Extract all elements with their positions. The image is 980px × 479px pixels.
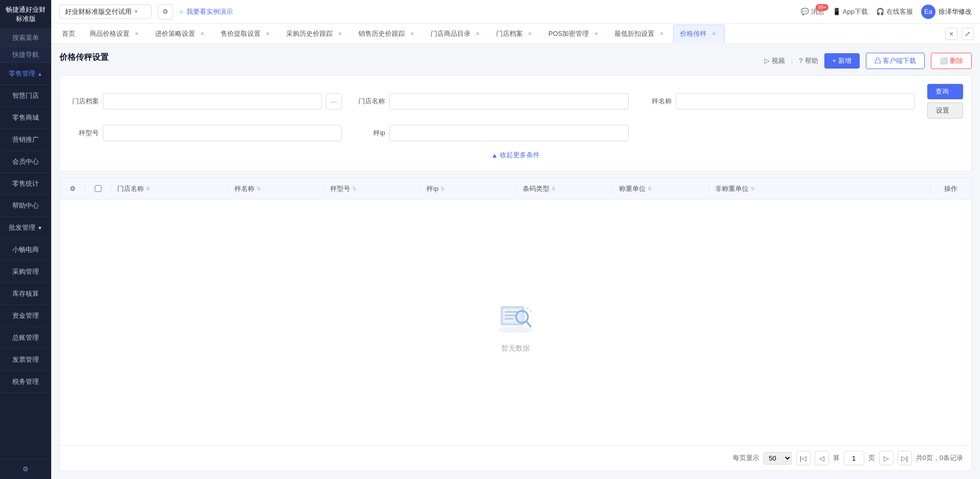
tab-home[interactable]: 首页 bbox=[55, 25, 82, 43]
tab-close-price-scale[interactable]: × bbox=[710, 30, 718, 38]
search-menu-btn[interactable]: 搜索菜单 bbox=[0, 29, 51, 47]
main-area: 好业财标准版交付试用 ▾ ⚙ ○ 我要看实例演示 💬 消息 99+ 📱 App下… bbox=[51, 0, 980, 479]
version-label: 好业财标准版交付试用 bbox=[65, 7, 132, 16]
sort-icon: ⇅ bbox=[352, 186, 356, 191]
help-link[interactable]: ? 帮助 bbox=[799, 56, 818, 66]
tab-price-scale[interactable]: 价格传秤 × bbox=[673, 25, 725, 43]
th-store-name[interactable]: 门店名称 ⇅ bbox=[111, 184, 228, 193]
query-button[interactable]: 查询 bbox=[927, 84, 963, 99]
tab-maximize-btn[interactable]: ⤢ bbox=[962, 28, 974, 40]
logo-text: 畅捷通好业财 bbox=[6, 6, 46, 13]
filter-card: 门店档案 ··· 门店名称 秤名称 查询 设置 bbox=[59, 75, 972, 171]
first-page-btn[interactable]: |◁ bbox=[796, 451, 811, 465]
th-weight-unit[interactable]: 称重单位 ⇅ bbox=[613, 184, 709, 193]
scale-name-input[interactable] bbox=[676, 93, 915, 110]
header-settings-btn[interactable]: ⚙ bbox=[158, 4, 173, 19]
select-all-checkbox[interactable] bbox=[95, 185, 101, 192]
scale-ip-label: 秤ip bbox=[354, 128, 385, 138]
delete-button[interactable]: ⬜ 删除 bbox=[931, 53, 972, 69]
tab-price-strategy-label: 商品价格设置 bbox=[90, 29, 130, 38]
svg-point-9 bbox=[527, 308, 528, 309]
per-page-label: 每页显示 bbox=[733, 453, 759, 463]
set-button[interactable]: 设置 bbox=[927, 102, 963, 119]
store-profile-input[interactable] bbox=[103, 93, 322, 110]
tab-close-min-discount[interactable]: × bbox=[657, 30, 666, 38]
th-scale-ip[interactable]: 秤ip ⇅ bbox=[420, 184, 517, 193]
settings-icon: ⚙ bbox=[162, 8, 168, 15]
tab-bar-right: × ⤢ bbox=[943, 28, 976, 40]
tab-close-pos-management[interactable]: × bbox=[592, 30, 600, 38]
tab-close-all-btn[interactable]: × bbox=[945, 28, 957, 40]
tab-store-catalog[interactable]: 门店商品目录 × bbox=[424, 25, 488, 43]
page-go-label: 算 bbox=[833, 453, 840, 463]
prev-page-btn[interactable]: ◁ bbox=[815, 451, 829, 465]
next-page-btn[interactable]: ▷ bbox=[879, 451, 893, 465]
th-scale-model[interactable]: 秤型号 ⇅ bbox=[324, 184, 420, 193]
sidebar-item-help-center[interactable]: 帮助中心 bbox=[0, 195, 51, 217]
page-number-input[interactable] bbox=[844, 451, 864, 465]
sidebar-item-smart-store[interactable]: 智慧门店 bbox=[0, 85, 51, 107]
collapse-btn[interactable]: ▲ 收起更多条件 bbox=[68, 147, 963, 163]
tab-sale-extract[interactable]: 售价提取设置 × bbox=[214, 25, 279, 43]
tab-close-purchase-strategy[interactable]: × bbox=[198, 30, 206, 38]
sidebar-item-tax[interactable]: 税务管理 bbox=[0, 371, 51, 393]
sidebar-item-member[interactable]: 会员中心 bbox=[0, 151, 51, 173]
sort-icon: ⇅ bbox=[257, 186, 261, 191]
pagination: 每页显示 50 10 20 100 |◁ ◁ 算 页 ▷ ▷| 共0页，0条记录 bbox=[60, 445, 971, 470]
video-link[interactable]: ▷ 视频 bbox=[764, 56, 785, 66]
sidebar-item-finance[interactable]: 资金管理 bbox=[0, 305, 51, 327]
sidebar-item-retail[interactable]: 零售管理 ▲ bbox=[0, 63, 51, 85]
tab-store-profile[interactable]: 门店档案 × bbox=[489, 25, 541, 43]
sidebar-item-retail-stats[interactable]: 零售统计 bbox=[0, 173, 51, 195]
online-service-label: 在线客服 bbox=[886, 7, 913, 16]
sidebar-item-invoice[interactable]: 发票管理 bbox=[0, 349, 51, 371]
sidebar-item-xiaochang[interactable]: 小畅电商 bbox=[0, 239, 51, 261]
app-download-btn[interactable]: 📱 App下载 bbox=[833, 7, 868, 16]
tab-close-price-strategy[interactable]: × bbox=[133, 30, 141, 38]
add-button[interactable]: + 新增 bbox=[824, 53, 860, 69]
sidebar-settings-btn[interactable]: ⚙ bbox=[0, 459, 51, 479]
th-barcode-type[interactable]: 条码类型 ⇅ bbox=[517, 184, 613, 193]
online-service-btn[interactable]: 🎧 在线客服 bbox=[876, 7, 913, 16]
messages-btn[interactable]: 💬 消息 99+ bbox=[801, 7, 824, 16]
download-button[interactable]: 凸 客户端下载 bbox=[866, 53, 925, 69]
sidebar-item-purchase[interactable]: 采购管理 bbox=[0, 261, 51, 283]
tab-close-purchase-history[interactable]: × bbox=[336, 30, 344, 38]
th-non-weight-unit[interactable]: 非称重单位 ⇅ bbox=[709, 184, 930, 193]
sort-icon: ⇅ bbox=[751, 186, 755, 191]
sidebar-item-retail-mall[interactable]: 零售商城 bbox=[0, 107, 51, 129]
tab-pos-management[interactable]: POS加密管理 × bbox=[542, 25, 607, 43]
sidebar-item-general-ledger[interactable]: 总账管理 bbox=[0, 327, 51, 349]
demo-link[interactable]: ○ 我要看实例演示 bbox=[179, 7, 233, 16]
sidebar-item-inventory[interactable]: 库存核算 bbox=[0, 283, 51, 305]
tab-purchase-history[interactable]: 采购历史价跟踪 × bbox=[280, 25, 351, 43]
tab-close-store-profile[interactable]: × bbox=[526, 30, 534, 38]
user-info[interactable]: Ea 徐泽华修改 bbox=[921, 5, 972, 19]
filter-row-1: 门店档案 ··· 门店名称 秤名称 查询 设置 bbox=[68, 84, 963, 119]
tab-close-store-catalog[interactable]: × bbox=[474, 30, 482, 38]
tab-close-sale-history[interactable]: × bbox=[408, 30, 416, 38]
th-settings[interactable]: ⚙ bbox=[60, 185, 86, 192]
svg-line-8 bbox=[526, 321, 530, 327]
store-name-field: 门店名称 bbox=[354, 93, 628, 110]
app-download-label: App下载 bbox=[843, 7, 868, 16]
last-page-btn[interactable]: ▷| bbox=[898, 451, 912, 465]
tab-min-discount[interactable]: 最低折扣设置 × bbox=[608, 25, 672, 43]
store-profile-dots-btn[interactable]: ··· bbox=[326, 93, 342, 110]
version-select[interactable]: 好业财标准版交付试用 ▾ bbox=[59, 5, 152, 19]
scale-model-input[interactable] bbox=[103, 125, 342, 141]
tab-close-sale-extract[interactable]: × bbox=[264, 30, 272, 38]
scale-ip-input[interactable] bbox=[389, 125, 628, 141]
sidebar-item-wholesale[interactable]: 批发管理 ▼ bbox=[0, 217, 51, 239]
per-page-select[interactable]: 50 10 20 100 bbox=[763, 452, 792, 465]
tab-purchase-strategy[interactable]: 进价策略设置 × bbox=[148, 25, 213, 43]
th-checkbox[interactable] bbox=[86, 185, 111, 192]
tab-purchase-history-label: 采购历史价跟踪 bbox=[286, 29, 333, 38]
empty-illustration bbox=[490, 292, 541, 338]
sidebar-item-marketing[interactable]: 营销推广 bbox=[0, 129, 51, 151]
tab-sale-history[interactable]: 销售历史价跟踪 × bbox=[352, 25, 423, 43]
app-logo: 畅捷通好业财 标准版 bbox=[0, 0, 51, 29]
th-scale-name[interactable]: 秤名称 ⇅ bbox=[228, 184, 325, 193]
store-name-input[interactable] bbox=[389, 93, 628, 110]
tab-price-strategy[interactable]: 商品价格设置 × bbox=[83, 25, 147, 43]
